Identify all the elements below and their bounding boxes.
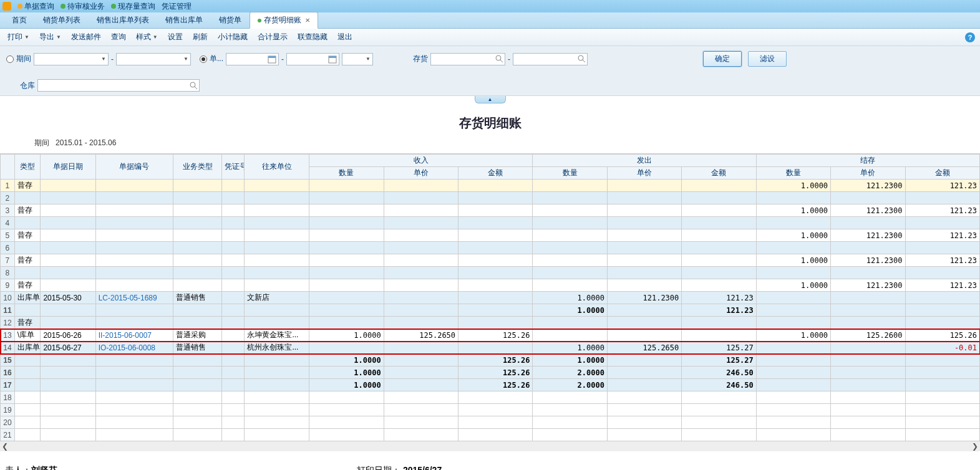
table-row[interactable]: 10出库单2015-05-30LC-2015-05-1689普通销售文新店1.0…: [1, 292, 980, 304]
search-icon[interactable]: [190, 82, 198, 90]
cell: [173, 404, 222, 416]
table-row[interactable]: 9昔存1.0000121.2300121.23: [1, 279, 980, 292]
col-bal-qty[interactable]: 数量: [756, 167, 830, 180]
date-from-input[interactable]: [226, 53, 279, 65]
cell: [14, 354, 41, 367]
scroll-right-icon[interactable]: ❯: [970, 441, 980, 451]
cell: [95, 379, 173, 391]
cell: [384, 217, 458, 229]
warehouse-lookup[interactable]: [37, 79, 200, 92]
cell: 121.23: [682, 292, 756, 304]
table-row[interactable]: 5昔存1.0000121.2300121.23: [1, 229, 980, 242]
collapse-handle[interactable]: ▲: [475, 96, 506, 103]
table-row[interactable]: 19: [1, 404, 980, 416]
col-income[interactable]: 收入: [309, 155, 533, 167]
table-row[interactable]: 3昔存1.0000121.2300121.23: [1, 204, 980, 217]
col-bal-amt[interactable]: 金额: [905, 167, 980, 180]
danju-extra-select[interactable]: ▼: [342, 53, 373, 65]
col-docno[interactable]: 单据编号: [95, 155, 173, 180]
tab-2[interactable]: 销售出库单列表: [89, 12, 157, 28]
table-row[interactable]: 7昔存1.0000121.2300121.23: [1, 254, 980, 267]
table-row[interactable]: 1昔存1.0000121.2300121.23: [1, 180, 980, 192]
cell: [607, 254, 681, 267]
toolbar-2[interactable]: 发送邮件: [66, 32, 106, 42]
cell: 2015-06-26: [41, 329, 95, 342]
radio-danju[interactable]: [200, 55, 207, 63]
col-balance[interactable]: 结存: [756, 155, 979, 167]
col-outgo[interactable]: 发出: [533, 155, 756, 167]
col-out-price[interactable]: 单价: [607, 167, 681, 180]
col-out-qty[interactable]: 数量: [533, 167, 607, 180]
toolbar-6[interactable]: 刷新: [188, 32, 213, 42]
table-row[interactable]: 20: [1, 416, 980, 429]
search-icon[interactable]: [495, 55, 503, 63]
table-row[interactable]: 161.0000125.262.0000246.50: [1, 367, 980, 379]
col-out-amt[interactable]: 金额: [682, 167, 756, 180]
cell[interactable]: LC-2015-05-1689: [95, 292, 173, 304]
table-row[interactable]: 111.0000121.23: [1, 304, 980, 317]
table-row[interactable]: 12昔存: [1, 317, 980, 329]
tab-0[interactable]: 首页: [4, 12, 35, 28]
inventory-from-lookup[interactable]: [430, 53, 505, 65]
menubar-item-query[interactable]: 单据查询: [24, 1, 54, 12]
col-in-qty[interactable]: 数量: [309, 167, 384, 180]
filter-button[interactable]: 滤设: [748, 51, 787, 67]
table-row[interactable]: 6: [1, 242, 980, 254]
close-icon[interactable]: ✕: [305, 17, 310, 24]
calendar-icon[interactable]: [268, 55, 276, 64]
toolbar-8[interactable]: 合计显示: [253, 32, 293, 42]
cell: [756, 192, 830, 204]
toolbar-7[interactable]: 小计隐藏: [213, 32, 253, 42]
col-in-amt[interactable]: 金额: [458, 167, 533, 180]
table-row[interactable]: 4: [1, 217, 980, 229]
tab-4[interactable]: 销货单: [211, 12, 250, 28]
toolbar-0[interactable]: 打印▼: [2, 32, 34, 42]
cell: [222, 354, 245, 367]
table-row[interactable]: 171.0000125.262.0000246.50: [1, 379, 980, 391]
menubar-item-stock[interactable]: 现存量查询: [118, 1, 155, 12]
tab-5[interactable]: 存货明细账✕: [250, 12, 318, 29]
period-from-select[interactable]: ▼: [34, 53, 109, 65]
tab-3[interactable]: 销售出库单: [157, 12, 211, 28]
table-row[interactable]: 21: [1, 429, 980, 441]
confirm-button[interactable]: 确定: [703, 51, 742, 67]
toolbar-1[interactable]: 导出▼: [34, 32, 66, 42]
cell: [245, 192, 309, 204]
col-in-price[interactable]: 单价: [384, 167, 458, 180]
toolbar-5[interactable]: 设置: [163, 32, 188, 42]
cell: 文新店: [245, 292, 309, 304]
toolbar-10[interactable]: 退出: [332, 32, 357, 42]
scroll-left-icon[interactable]: ❮: [0, 441, 10, 451]
table-row[interactable]: 18: [1, 391, 980, 404]
calendar-icon[interactable]: [328, 55, 337, 64]
col-seq[interactable]: 类型: [14, 155, 41, 180]
menubar-item-audit[interactable]: 待审核业务: [67, 1, 105, 12]
table-row[interactable]: 13\库单2015-06-26II-2015-06-0007普通采购永坤黄金珠宝…: [1, 329, 980, 342]
col-biztype[interactable]: 业务类型: [173, 155, 222, 180]
table-row[interactable]: 151.0000125.261.0000125.27: [1, 354, 980, 367]
inventory-to-lookup[interactable]: [513, 53, 588, 65]
toolbar-9[interactable]: 联查隐藏: [293, 32, 332, 42]
tab-1[interactable]: 销货单列表: [35, 12, 89, 28]
cell[interactable]: IO-2015-06-0008: [95, 342, 173, 354]
cell[interactable]: II-2015-06-0007: [95, 329, 173, 342]
col-voucher[interactable]: 凭证号: [222, 155, 245, 180]
data-grid[interactable]: 类型 单据日期 单据编号 业务类型 凭证号 往来单位 收入 发出 结存 数量 单…: [0, 154, 980, 441]
help-icon[interactable]: ?: [965, 32, 975, 42]
toolbar-3[interactable]: 查询: [106, 32, 131, 42]
menubar-item-voucher[interactable]: 凭证管理: [162, 1, 192, 12]
table-row[interactable]: 14出库单2015-06-27IO-2015-06-0008普通销售杭州永创珠宝…: [1, 342, 980, 354]
col-bal-price[interactable]: 单价: [831, 167, 905, 180]
table-row[interactable]: 8: [1, 267, 980, 279]
col-date[interactable]: 单据日期: [41, 155, 95, 180]
cell: [607, 329, 681, 342]
cell: [533, 204, 607, 217]
toolbar-4[interactable]: 样式▼: [131, 32, 163, 42]
horizontal-scrollbar[interactable]: ❮ ❯: [0, 441, 980, 451]
radio-period[interactable]: [6, 55, 14, 63]
table-row[interactable]: 2: [1, 192, 980, 204]
period-to-select[interactable]: ▼: [116, 53, 191, 65]
col-unit[interactable]: 往来单位: [245, 155, 309, 180]
search-icon[interactable]: [578, 55, 586, 63]
date-to-input[interactable]: [286, 53, 339, 65]
